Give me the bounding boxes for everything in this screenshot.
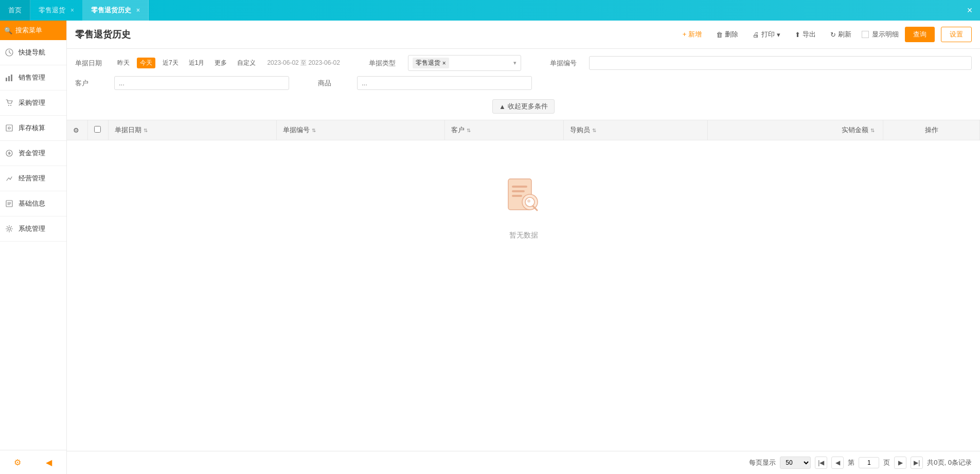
page-first-button[interactable]: |◀	[815, 457, 827, 469]
filter-row-1: 单据日期 昨天 今天 近7天 近1月 更多 自定义 2023-06-02 至 2…	[75, 55, 972, 71]
sales-mgmt-icon	[4, 72, 14, 83]
table-area: ⚙ 单据日期 ⇅	[67, 120, 980, 451]
customer-filter-label: 客户	[75, 79, 106, 88]
tab-retail-return-history[interactable]: 零售退货历史 ×	[83, 0, 149, 21]
date-opt-yesterday[interactable]: 昨天	[114, 58, 133, 68]
tab-retail-return-label: 零售退货	[39, 6, 65, 15]
main-layout: 🔍 搜索菜单 快捷导航 销售管理 采购管理 库存核算	[0, 21, 980, 474]
svg-point-17	[527, 199, 530, 203]
display-detail-toggle[interactable]: 显示明细	[862, 30, 899, 39]
goods-filter-label: 商品	[318, 79, 349, 88]
page-prev-button[interactable]: ◀	[831, 457, 844, 469]
sidebar-search[interactable]: 🔍 搜索菜单	[0, 21, 66, 40]
svg-point-4	[8, 105, 9, 106]
print-button[interactable]: 🖨 打印 ▾	[749, 28, 785, 41]
th-amount-sort-icon: ⇅	[870, 127, 875, 133]
date-opt-today[interactable]: 今天	[137, 58, 155, 68]
settings-icon[interactable]: ⚙	[10, 454, 25, 470]
export-button[interactable]: ⬆ 导出	[791, 28, 820, 41]
sidebar-item-operations-mgmt-label: 经营管理	[19, 174, 45, 183]
date-range-value: 2023-06-02 至 2023-06-02	[267, 59, 340, 67]
page-size-select[interactable]: 50 10 20 100	[780, 457, 811, 469]
voucher-type-dropdown-icon: ▾	[513, 60, 516, 66]
sidebar-item-basic-info[interactable]: 基础信息	[0, 191, 66, 216]
select-all-checkbox[interactable]	[94, 126, 101, 133]
collapse-row: ▲ 收起更多条件	[75, 95, 972, 114]
goods-input[interactable]	[357, 76, 532, 90]
svg-rect-6	[6, 125, 12, 131]
date-opt-more[interactable]: 更多	[211, 58, 230, 68]
customer-input[interactable]	[114, 76, 289, 90]
window-close-button[interactable]: ×	[959, 0, 980, 21]
th-checkbox	[87, 120, 108, 140]
page-header: 零售退货历史 + 新增 🗑 删除 🖨 打印 ▾ ⬆ 导出	[67, 21, 980, 49]
voucher-id-input[interactable]	[589, 56, 972, 70]
system-mgmt-icon	[4, 224, 14, 234]
th-amount[interactable]: 实销金额 ⇅	[707, 120, 883, 140]
current-page-label: 第	[848, 458, 854, 467]
tab-retail-return-history-label: 零售退货历史	[91, 6, 131, 15]
new-button[interactable]: + 新增	[679, 28, 706, 41]
th-date[interactable]: 单据日期 ⇅	[108, 120, 276, 140]
th-settings[interactable]: ⚙	[67, 120, 87, 140]
sidebar-item-system-mgmt-label: 系统管理	[19, 224, 45, 233]
svg-rect-1	[6, 78, 7, 81]
refresh-button[interactable]: ↻ 刷新	[826, 28, 856, 41]
sidebar-search-label: 搜索菜单	[15, 26, 42, 35]
tab-retail-return[interactable]: 零售退货 ×	[30, 0, 83, 21]
sidebar-item-finance-mgmt[interactable]: 资金管理	[0, 141, 66, 166]
tab-list: 首页 零售退货 × 零售退货历史 ×	[0, 0, 959, 21]
sidebar-item-operations-mgmt[interactable]: 经营管理	[0, 166, 66, 191]
print-dropdown-icon: ▾	[777, 31, 780, 39]
table-wrapper: ⚙ 单据日期 ⇅	[67, 120, 980, 474]
date-opt-7days[interactable]: 近7天	[159, 58, 182, 68]
table-header-row: ⚙ 单据日期 ⇅	[67, 120, 980, 140]
date-options: 昨天 今天 近7天 近1月 更多 自定义	[114, 58, 259, 68]
tag-close-icon[interactable]: ×	[442, 60, 446, 67]
collapse-up-icon: ▲	[499, 103, 506, 111]
svg-rect-12	[512, 190, 525, 192]
th-guide-label: 导购员	[570, 125, 590, 135]
display-detail-label: 显示明细	[872, 30, 899, 39]
tab-retail-return-close[interactable]: ×	[70, 7, 74, 14]
voucher-type-label: 单据类型	[369, 59, 400, 68]
th-date-sort-icon: ⇅	[144, 127, 148, 133]
top-bar: 首页 零售退货 × 零售退货历史 × ×	[0, 0, 980, 21]
print-button-label: 打印	[761, 30, 775, 39]
display-detail-checkbox[interactable]	[862, 31, 869, 38]
page-last-button[interactable]: ▶|	[911, 457, 923, 469]
operations-mgmt-icon	[4, 173, 14, 184]
tab-retail-return-history-close[interactable]: ×	[136, 7, 140, 14]
collapse-sidebar-icon[interactable]: ◀	[41, 454, 57, 470]
date-filter-label: 单据日期	[75, 59, 106, 68]
svg-rect-3	[11, 75, 12, 81]
voucher-type-select[interactable]: 零售退货 × ▾	[408, 55, 521, 71]
th-guide[interactable]: 导购员 ⇅	[564, 120, 707, 140]
sidebar-item-inventory[interactable]: 库存核算	[0, 116, 66, 141]
page-number-input[interactable]	[859, 457, 879, 468]
th-customer[interactable]: 客户 ⇅	[444, 120, 564, 140]
filter-area: 单据日期 昨天 今天 近7天 近1月 更多 自定义 2023-06-02 至 2…	[67, 49, 980, 120]
collapse-filter-button[interactable]: ▲ 收起更多条件	[492, 99, 555, 114]
export-button-label: 导出	[803, 30, 816, 39]
th-customer-sort-icon: ⇅	[467, 127, 471, 133]
tab-home-label: 首页	[8, 6, 22, 15]
delete-button[interactable]: 🗑 删除	[712, 28, 742, 41]
print-icon: 🖨	[753, 31, 759, 39]
page-next-button[interactable]: ▶	[894, 457, 906, 469]
th-voucher-no[interactable]: 单据编号 ⇅	[276, 120, 444, 140]
empty-state-icon	[498, 171, 549, 223]
sidebar-item-quick-nav[interactable]: 快捷导航	[0, 40, 66, 65]
quick-nav-icon	[4, 47, 14, 58]
sidebar-item-purchase-mgmt[interactable]: 采购管理	[0, 90, 66, 116]
sidebar-item-purchase-mgmt-label: 采购管理	[19, 98, 45, 107]
settings-column-icon[interactable]: ⚙	[73, 126, 79, 134]
setting-button[interactable]: 设置	[941, 27, 972, 42]
date-opt-custom[interactable]: 自定义	[234, 58, 259, 68]
sidebar-item-system-mgmt[interactable]: 系统管理	[0, 216, 66, 242]
tab-home[interactable]: 首页	[0, 0, 30, 21]
basic-info-icon	[4, 198, 14, 209]
date-opt-1month[interactable]: 近1月	[186, 58, 208, 68]
sidebar-item-sales-mgmt[interactable]: 销售管理	[0, 65, 66, 90]
query-button[interactable]: 查询	[905, 27, 935, 42]
